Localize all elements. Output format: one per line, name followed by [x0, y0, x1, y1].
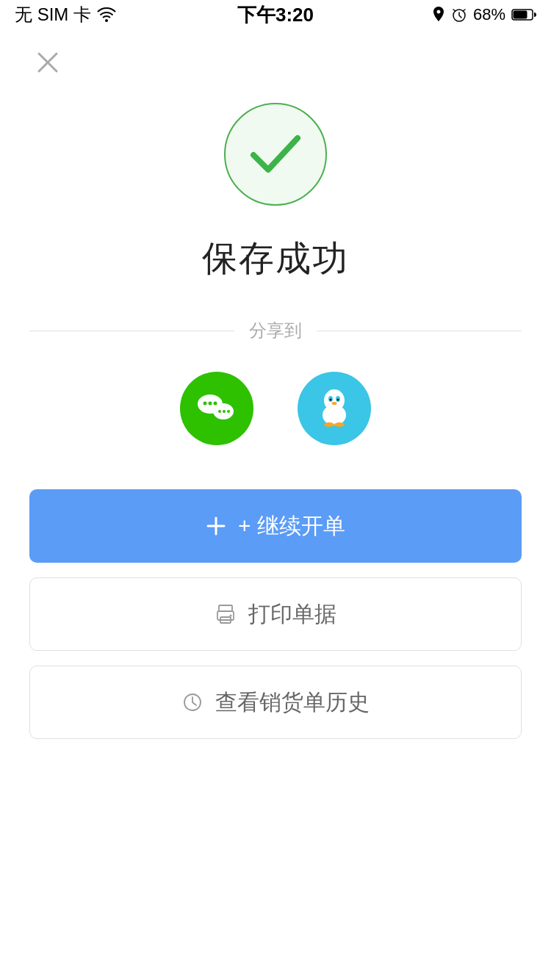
svg-point-15 [323, 405, 346, 425]
qq-share-button[interactable] [298, 372, 371, 445]
svg-point-12 [223, 410, 226, 413]
plus-icon [206, 516, 226, 536]
svg-point-22 [334, 422, 345, 427]
svg-point-11 [218, 410, 221, 413]
history-icon [181, 691, 204, 713]
status-left: 无 SIM 卡 [15, 3, 116, 26]
continue-button[interactable]: + 继续开单 [29, 489, 522, 563]
history-button[interactable]: 查看销货单历史 [29, 666, 522, 739]
svg-point-20 [332, 402, 337, 405]
success-circle [224, 103, 327, 206]
print-icon [215, 604, 237, 624]
success-title: 保存成功 [202, 235, 349, 282]
close-icon [36, 51, 60, 74]
svg-point-28 [230, 615, 232, 617]
share-icons [180, 372, 371, 445]
battery-label: 68% [473, 5, 505, 24]
svg-point-9 [214, 402, 217, 406]
share-label: 分享到 [234, 319, 317, 342]
share-area: 分享到 [29, 319, 522, 445]
status-time: 下午3:20 [237, 2, 314, 28]
svg-point-19 [337, 399, 339, 401]
checkmark-icon [250, 134, 301, 175]
svg-rect-2 [514, 11, 527, 19]
wechat-icon [195, 389, 238, 428]
success-area: 保存成功 [29, 103, 522, 282]
main-content: 保存成功 分享到 [0, 29, 551, 980]
close-button[interactable] [29, 44, 66, 81]
history-label: 查看销货单历史 [215, 688, 370, 718]
actions: + 继续开单 打印单据 查看销货单历史 [29, 489, 522, 739]
wifi-icon [97, 7, 116, 22]
svg-point-21 [324, 422, 334, 427]
svg-rect-25 [219, 605, 232, 611]
svg-point-18 [330, 399, 332, 401]
continue-label: + 继续开单 [238, 511, 345, 541]
wechat-share-button[interactable] [180, 372, 253, 445]
share-divider: 分享到 [29, 319, 522, 342]
location-icon [432, 7, 445, 23]
status-bar: 无 SIM 卡 下午3:20 68% [0, 0, 551, 29]
print-button[interactable]: 打印单据 [29, 577, 522, 651]
svg-point-13 [227, 410, 230, 413]
status-right: 68% [432, 5, 536, 24]
print-label: 打印单据 [248, 599, 336, 630]
alarm-icon [451, 7, 467, 23]
svg-point-7 [204, 402, 207, 406]
battery-icon [511, 8, 536, 21]
qq-icon [313, 387, 356, 430]
svg-point-8 [209, 402, 212, 406]
no-sim-label: 无 SIM 卡 [15, 3, 91, 26]
